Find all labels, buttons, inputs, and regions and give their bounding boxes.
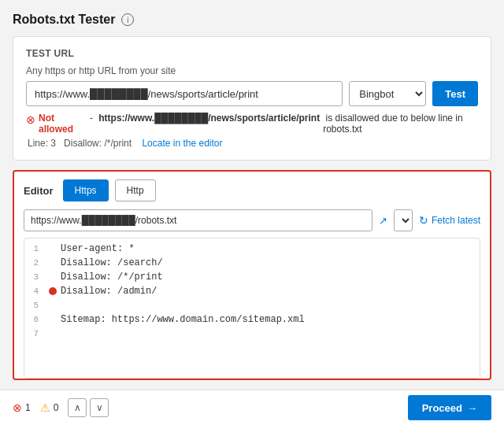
- not-allowed-icon: ⊗: [26, 113, 35, 126]
- test-url-label: Test URL: [26, 48, 478, 59]
- test-url-card: Test URL Any https or http URL from your…: [13, 36, 491, 161]
- line-content: Disallow: /*/print: [59, 272, 163, 283]
- fetch-icon: ↻: [419, 214, 428, 227]
- status-indicators: ⊗ 1 ⚠ 0 ∧ ∨: [13, 398, 109, 417]
- table-row: 3Disallow: /*/print: [24, 270, 480, 284]
- line-content: Disallow: /search/: [59, 257, 163, 268]
- nav-arrows: ∧ ∨: [68, 398, 109, 417]
- result-suffix: is disallowed due to below line in robot…: [323, 113, 478, 135]
- helper-text: Any https or http URL from your site: [26, 65, 478, 76]
- line-number: 5: [24, 301, 46, 310]
- table-row: 1User-agent: *: [24, 242, 480, 256]
- editor-url-select[interactable]: [394, 209, 413, 231]
- warning-status: ⚠ 0: [40, 401, 59, 414]
- line-number: 4: [24, 286, 46, 296]
- test-result-row: ⊗ Not allowed - https://www.████████/new…: [26, 113, 478, 135]
- line-number: 7: [24, 329, 46, 338]
- line-number: 2: [24, 258, 46, 268]
- table-row: 2Disallow: /search/: [24, 256, 480, 270]
- warning-icon: ⚠: [40, 401, 50, 414]
- nav-down-button[interactable]: ∨: [90, 398, 109, 417]
- locate-in-editor-link[interactable]: Locate in the editor: [142, 138, 222, 149]
- info-icon[interactable]: i: [121, 13, 134, 26]
- error-icon: ⊗: [13, 401, 22, 414]
- bottom-bar: ⊗ 1 ⚠ 0 ∧ ∨ Proceed →: [0, 390, 504, 425]
- error-status: ⊗ 1: [13, 401, 31, 414]
- tab-https[interactable]: Https: [63, 179, 109, 201]
- page-title: Robots.txt Tester: [13, 13, 115, 27]
- line-number: 1: [24, 244, 46, 253]
- line-content: User-agent: *: [59, 243, 135, 254]
- table-row: 7: [24, 327, 480, 341]
- line-error-indicator: [46, 287, 59, 295]
- line-number: 6: [24, 315, 46, 324]
- test-url-input[interactable]: [26, 81, 343, 106]
- bot-selector[interactable]: Bingbot Googlebot AdsBot: [349, 81, 426, 106]
- table-row: 5: [24, 298, 480, 312]
- line-info: Line: 3 Disallow: /*/print Locate in the…: [26, 138, 478, 149]
- result-url: https://www.████████/news/sports/article…: [98, 113, 320, 124]
- fetch-latest-button[interactable]: ↻ Fetch latest: [419, 209, 480, 231]
- editor-url-input[interactable]: [24, 209, 372, 231]
- table-row: 4Disallow: /admin/: [24, 284, 480, 298]
- editor-card: Editor Https Http ↗ ↻ Fetch latest 1User…: [13, 170, 491, 380]
- external-link-icon[interactable]: ↗: [379, 215, 387, 227]
- result-not-allowed: Not allowed: [39, 113, 84, 135]
- code-editor[interactable]: 1User-agent: *2Disallow: /search/3Disall…: [24, 238, 480, 379]
- nav-up-button[interactable]: ∧: [68, 398, 87, 417]
- result-dash: -: [87, 113, 96, 124]
- error-count: 1: [25, 402, 31, 413]
- line-content: Sitemap: https://www.domain.com/sitemap.…: [59, 314, 305, 325]
- test-button[interactable]: Test: [432, 81, 478, 106]
- warning-count: 0: [54, 402, 59, 413]
- table-row: 6Sitemap: https://www.domain.com/sitemap…: [24, 312, 480, 327]
- tab-http[interactable]: Http: [115, 179, 156, 201]
- line-number: 3: [24, 272, 46, 282]
- editor-title: Editor: [24, 185, 54, 197]
- line-content: Disallow: /admin/: [59, 286, 157, 297]
- proceed-button[interactable]: Proceed →: [408, 395, 491, 420]
